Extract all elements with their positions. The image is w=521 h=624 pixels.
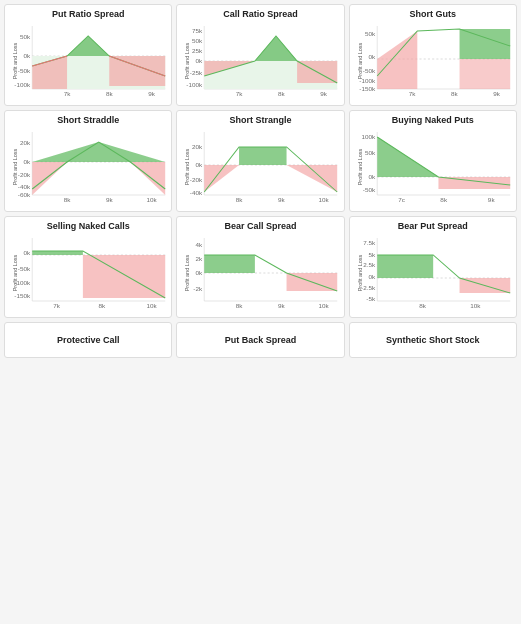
svg-text:9k: 9k xyxy=(148,90,156,97)
card-selling-naked-calls: Selling Naked Calls Profit and Loss 7k 8… xyxy=(4,216,172,318)
svg-text:50k: 50k xyxy=(192,37,203,44)
svg-text:-100k: -100k xyxy=(14,279,31,286)
card-buying-naked-puts: Buying Naked Puts Profit and Loss 7c 8k … xyxy=(349,110,517,212)
svg-text:8k: 8k xyxy=(451,90,459,97)
title-bear-call: Bear Call Spread xyxy=(224,221,296,231)
card-protective-call[interactable]: Protective Call xyxy=(4,322,172,358)
chart-bear-put: Profit and Loss 8k 10k 7.5k 5k 2.5k 0k -… xyxy=(354,233,512,313)
svg-marker-6 xyxy=(109,56,165,86)
svg-text:8k: 8k xyxy=(278,90,286,97)
svg-text:0k: 0k xyxy=(196,161,204,168)
bottom-row: Protective Call Put Back Spread Syntheti… xyxy=(0,322,521,362)
card-put-back-spread[interactable]: Put Back Spread xyxy=(176,322,344,358)
chart-short-strangle: Profit and Loss 8k 9k 10k 20k 0k -20k -4… xyxy=(181,127,339,207)
svg-text:7k: 7k xyxy=(53,302,61,309)
svg-text:10k: 10k xyxy=(146,302,157,309)
card-short-strangle: Short Strangle Profit and Loss 8k 9k 10k… xyxy=(176,110,344,212)
svg-marker-52 xyxy=(32,142,165,162)
svg-text:8k: 8k xyxy=(419,302,427,309)
svg-marker-54 xyxy=(130,162,165,195)
svg-marker-5 xyxy=(67,36,109,56)
title-buying-naked-puts: Buying Naked Puts xyxy=(392,115,474,125)
svg-text:5k: 5k xyxy=(368,251,376,258)
svg-text:-100k: -100k xyxy=(187,81,204,88)
title-put-ratio: Put Ratio Spread xyxy=(52,9,125,19)
title-protective-call: Protective Call xyxy=(57,335,120,345)
card-short-straddle: Short Straddle Profit and Loss 8k 9k 10k… xyxy=(4,110,172,212)
title-put-back-spread: Put Back Spread xyxy=(225,335,297,345)
svg-marker-20 xyxy=(255,36,297,61)
svg-marker-107 xyxy=(205,255,256,273)
svg-text:2.5k: 2.5k xyxy=(363,261,376,268)
title-short-straddle: Short Straddle xyxy=(57,115,119,125)
svg-marker-37 xyxy=(377,31,417,59)
svg-text:9k: 9k xyxy=(278,196,286,203)
svg-marker-95 xyxy=(83,255,165,298)
svg-text:-40k: -40k xyxy=(190,189,203,196)
svg-text:75k: 75k xyxy=(192,27,203,34)
svg-text:9k: 9k xyxy=(493,90,501,97)
svg-text:8k: 8k xyxy=(440,196,448,203)
svg-marker-67 xyxy=(239,147,286,165)
svg-text:50k: 50k xyxy=(20,33,31,40)
svg-text:-50k: -50k xyxy=(362,67,375,74)
svg-text:0k: 0k xyxy=(23,158,31,165)
svg-text:7c: 7c xyxy=(398,196,405,203)
svg-text:8k: 8k xyxy=(106,90,114,97)
svg-text:0k: 0k xyxy=(196,269,204,276)
chart-grid: Put Ratio Spread Profit and Loss xyxy=(0,0,521,322)
svg-marker-94 xyxy=(32,251,83,255)
svg-text:9k: 9k xyxy=(106,196,114,203)
card-synthetic-short-stock[interactable]: Synthetic Short Stock xyxy=(349,322,517,358)
svg-text:-60k: -60k xyxy=(18,191,31,198)
svg-marker-82 xyxy=(438,177,510,189)
svg-text:0k: 0k xyxy=(368,173,376,180)
svg-text:20k: 20k xyxy=(20,139,31,146)
svg-text:10k: 10k xyxy=(470,302,481,309)
svg-text:100k: 100k xyxy=(361,133,376,140)
svg-text:Profit and Loss: Profit and Loss xyxy=(12,149,18,186)
card-call-ratio: Call Ratio Spread Profit and Loss 7k 8k … xyxy=(176,4,344,106)
card-bear-put: Bear Put Spread Profit and Loss 8k 10k 7… xyxy=(349,216,517,318)
svg-text:9k: 9k xyxy=(488,196,496,203)
title-call-ratio: Call Ratio Spread xyxy=(223,9,298,19)
chart-buying-naked-puts: Profit and Loss 7c 8k 9k 100k 50k 0k -50… xyxy=(354,127,512,207)
svg-text:25k: 25k xyxy=(192,47,203,54)
chart-short-guts: Profit and Loss 7k 8k 9k 50k 0k -50k -10… xyxy=(354,21,512,101)
svg-text:-100k: -100k xyxy=(14,81,31,88)
svg-text:2k: 2k xyxy=(196,255,204,262)
svg-text:-5k: -5k xyxy=(366,295,376,302)
svg-text:-2.5k: -2.5k xyxy=(361,284,376,291)
svg-text:8k: 8k xyxy=(64,196,72,203)
title-bear-put: Bear Put Spread xyxy=(398,221,468,231)
card-bear-call: Bear Call Spread Profit and Loss 8k 9k 1… xyxy=(176,216,344,318)
title-selling-naked-calls: Selling Naked Calls xyxy=(47,221,130,231)
svg-text:-150k: -150k xyxy=(359,85,376,92)
card-short-guts: Short Guts Profit and Loss 7k 8k 9k 50k … xyxy=(349,4,517,106)
chart-selling-naked-calls: Profit and Loss 7k 8k 10k 0k -50k -100k … xyxy=(9,233,167,313)
svg-text:-50k: -50k xyxy=(362,186,375,193)
svg-text:50k: 50k xyxy=(365,149,376,156)
svg-text:Profit and Loss: Profit and Loss xyxy=(185,255,191,292)
svg-marker-36 xyxy=(459,29,510,59)
svg-text:7.5k: 7.5k xyxy=(363,239,376,246)
title-short-guts: Short Guts xyxy=(410,9,457,19)
svg-text:-20k: -20k xyxy=(190,176,203,183)
title-short-strangle: Short Strangle xyxy=(229,115,291,125)
svg-text:-150k: -150k xyxy=(14,292,31,299)
svg-text:10k: 10k xyxy=(319,196,330,203)
svg-text:9k: 9k xyxy=(320,90,328,97)
chart-short-straddle: Profit and Loss 8k 9k 10k 20k 0k -20k -4… xyxy=(9,127,167,207)
svg-text:10k: 10k xyxy=(146,196,157,203)
svg-text:-100k: -100k xyxy=(359,77,376,84)
svg-text:-40k: -40k xyxy=(18,183,31,190)
svg-text:0k: 0k xyxy=(368,273,376,280)
svg-marker-53 xyxy=(32,162,67,195)
svg-text:50k: 50k xyxy=(365,30,376,37)
svg-text:-20k: -20k xyxy=(18,171,31,178)
svg-text:7k: 7k xyxy=(236,90,244,97)
svg-marker-38 xyxy=(459,59,510,89)
title-synthetic-short-stock: Synthetic Short Stock xyxy=(386,335,480,345)
svg-text:0k: 0k xyxy=(196,57,204,64)
card-put-ratio: Put Ratio Spread Profit and Loss xyxy=(4,4,172,106)
